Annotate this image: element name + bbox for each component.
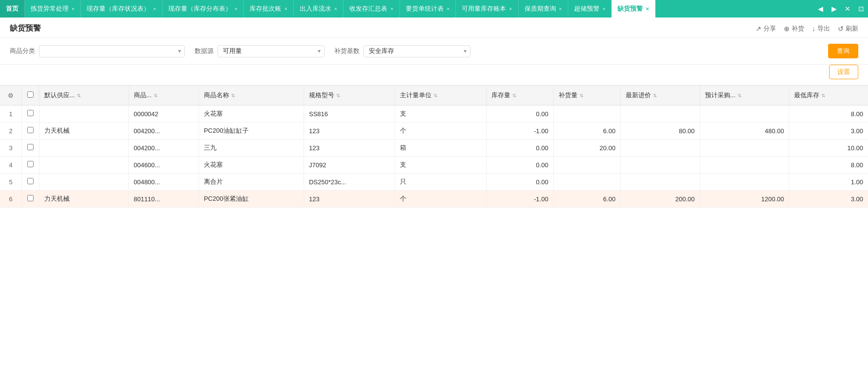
row-checkbox-2[interactable] <box>27 127 34 133</box>
tab-anomaly[interactable]: 拣货异常处理 × <box>25 0 81 18</box>
row-est-purchase-3 <box>700 140 789 157</box>
settings-gear-icon[interactable]: ⚙ <box>5 89 17 101</box>
tab-close-all-button[interactable]: ✕ <box>841 0 854 18</box>
tab-close-stock-status[interactable]: × <box>153 6 156 12</box>
tab-close-inout[interactable]: × <box>334 6 337 12</box>
row-unit-6: 个 <box>395 191 487 208</box>
tab-expiry[interactable]: 保质期查询 × <box>519 0 568 18</box>
th-min-stock[interactable]: 最低库存 ⇅ <box>789 86 868 106</box>
tab-close-anomaly[interactable]: × <box>72 6 74 12</box>
refresh-button[interactable]: ↺ 刷新 <box>838 24 858 33</box>
row-checkbox-1[interactable] <box>27 110 34 116</box>
replenish-sort-icon: ⇅ <box>579 93 583 98</box>
share-icon: ↗ <box>756 25 761 33</box>
row-min-stock-6: 3.00 <box>789 191 868 208</box>
datasource-input[interactable] <box>217 45 325 57</box>
row-supplier-4 <box>39 157 129 174</box>
row-spec-1: SS816 <box>304 106 395 123</box>
row-goods-name-2: PC200油缸缸子 <box>199 123 304 140</box>
row-supplier-1 <box>39 106 129 123</box>
row-spec-4: J7092 <box>304 157 395 174</box>
refresh-label: 刷新 <box>846 24 858 33</box>
row-min-stock-2: 3.00 <box>789 123 868 140</box>
tab-batch[interactable]: 库存批次账 × <box>244 0 293 18</box>
row-latest-price-6: 200.00 <box>620 191 700 208</box>
row-goods-name-5: 离合片 <box>199 174 304 191</box>
select-all-checkbox[interactable] <box>27 91 34 98</box>
row-goods-code-1: 0000042 <box>128 106 199 123</box>
tab-stock-dist[interactable]: 现存量（库存分布表） × <box>163 0 244 18</box>
unit-sort-icon: ⇅ <box>434 93 437 98</box>
replenish-icon: ⊕ <box>784 25 790 33</box>
tab-restore-button[interactable]: ⊡ <box>854 0 868 18</box>
th-spec[interactable]: 规格型号 ⇅ <box>304 86 395 106</box>
th-goods-name[interactable]: 商品名称 ⇅ <box>199 86 304 106</box>
tab-next-button[interactable]: ▶ <box>827 0 841 18</box>
query-button[interactable]: 查询 <box>828 44 858 58</box>
row-supplier-2: 力天机械 <box>39 123 129 140</box>
supplier-sort-icon: ⇅ <box>77 93 81 98</box>
table-row: 5 004800... 离合片 DS250*23c... 只 0.00 1.00 <box>0 174 868 191</box>
tab-close-expiry[interactable]: × <box>559 6 562 12</box>
tab-inout[interactable]: 出入库流水 × <box>294 0 344 18</box>
row-checkbox-5[interactable] <box>27 178 34 184</box>
row-checkbox-4[interactable] <box>27 161 34 167</box>
tab-close-stock-dist[interactable]: × <box>235 6 237 12</box>
row-unit-1: 支 <box>395 106 487 123</box>
row-checkbox-3[interactable] <box>27 144 34 150</box>
refresh-icon: ↺ <box>838 25 844 33</box>
tab-demand[interactable]: 要货单统计表 × <box>400 0 456 18</box>
th-supplier[interactable]: 默认供应... ⇅ <box>39 86 129 106</box>
th-latest-price[interactable]: 最新进价 ⇅ <box>620 86 700 106</box>
tab-home[interactable]: 首页 <box>0 0 25 18</box>
replenish-base-input[interactable] <box>363 45 470 57</box>
tab-close-recv-summary[interactable]: × <box>390 6 393 12</box>
category-filter-group: 商品分类 ▾ <box>10 45 185 57</box>
row-supplier-6: 力天机械 <box>39 191 129 208</box>
table-row: 3 004200... 三九 123 箱 0.00 20.00 10.00 <box>0 140 868 157</box>
tab-stock-status[interactable]: 现存量（库存状况表） × <box>81 0 162 18</box>
row-unit-5: 只 <box>395 174 487 191</box>
row-replenish-6: 6.00 <box>553 191 620 208</box>
th-unit[interactable]: 主计量单位 ⇅ <box>395 86 487 106</box>
row-num-6: 6 <box>0 191 22 208</box>
share-button[interactable]: ↗ 分享 <box>756 24 776 33</box>
row-stock-1: 0.00 <box>486 106 553 123</box>
tab-overstock[interactable]: 超储预警 × <box>568 0 612 18</box>
row-num-2: 2 <box>0 123 22 140</box>
row-num-1: 1 <box>0 106 22 123</box>
tab-shortage[interactable]: 缺货预警 × <box>612 0 655 18</box>
tab-close-overstock[interactable]: × <box>602 6 605 12</box>
row-goods-name-1: 火花塞 <box>199 106 304 123</box>
replenish-label: 补货 <box>792 24 804 33</box>
filter-row: 商品分类 ▾ 数据源 ▾ 补货基数 ▾ 查询 <box>0 38 868 65</box>
row-num-4: 4 <box>0 157 22 174</box>
row-goods-code-6: 801110... <box>128 191 199 208</box>
replenish-button[interactable]: ⊕ 补货 <box>784 24 804 33</box>
th-stock[interactable]: 库存量 ⇅ <box>486 86 553 106</box>
table-body: 1 0000042 火花塞 SS816 支 0.00 8.00 2 力天机械 0… <box>0 106 868 208</box>
row-stock-3: 0.00 <box>486 140 553 157</box>
row-latest-price-5 <box>620 174 700 191</box>
tab-close-demand[interactable]: × <box>447 6 450 12</box>
row-goods-code-5: 004800... <box>128 174 199 191</box>
tab-close-available[interactable]: × <box>509 6 512 12</box>
row-latest-price-2: 80.00 <box>620 123 700 140</box>
goods-code-sort-icon: ⇅ <box>154 93 158 98</box>
category-input[interactable] <box>39 45 185 57</box>
row-spec-2: 123 <box>304 123 395 140</box>
th-est-purchase[interactable]: 预计采购... ⇅ <box>700 86 789 106</box>
th-settings[interactable]: ⚙ <box>0 86 22 106</box>
export-button[interactable]: ↓ 导出 <box>812 24 830 33</box>
row-supplier-5 <box>39 174 129 191</box>
tab-close-shortage[interactable]: × <box>646 6 649 12</box>
tab-available[interactable]: 可用量库存账本 × <box>456 0 518 18</box>
th-replenish[interactable]: 补货量 ⇅ <box>553 86 620 106</box>
export-label: 导出 <box>817 24 830 33</box>
tab-prev-button[interactable]: ◀ <box>814 0 827 18</box>
th-goods-code[interactable]: 商品... ⇅ <box>128 86 199 106</box>
row-checkbox-6[interactable] <box>27 195 34 201</box>
tab-recv-summary[interactable]: 收发存汇总表 × <box>344 0 399 18</box>
settings-button[interactable]: 设置 <box>829 65 858 79</box>
tab-close-batch[interactable]: × <box>284 6 287 12</box>
